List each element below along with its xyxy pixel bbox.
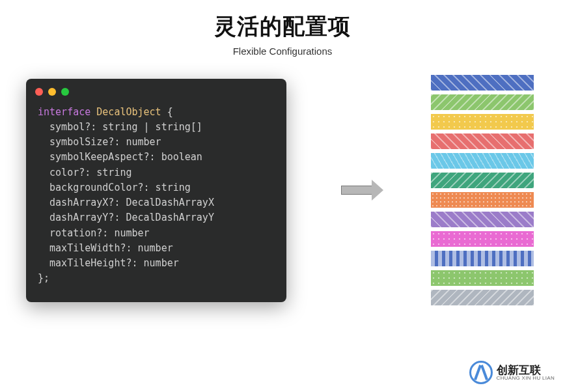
code-field-name: dashArrayY?: [49, 212, 120, 223]
decal-swatch [431, 153, 534, 169]
decal-swatch [431, 270, 534, 286]
decal-pattern-icon [431, 231, 534, 247]
code-field-name: backgroundColor?: [49, 182, 150, 193]
code-field-type: DecalDashArrayX [126, 197, 214, 208]
brace-open: { [167, 106, 173, 118]
decal-pattern-icon [431, 270, 534, 286]
code-field-type: number [138, 242, 173, 254]
decal-pattern-icon [431, 173, 534, 188]
code-field-type: DecalDashArrayY [126, 212, 214, 223]
code-field-name: symbolKeepAspect?: [49, 151, 156, 163]
decal-pattern-icon [431, 153, 534, 169]
decal-swatch [431, 173, 534, 188]
page-subtitle: Flexible Configurations [0, 46, 565, 57]
decal-swatch [431, 75, 534, 91]
code-field-type: number [126, 136, 161, 148]
minimize-icon [48, 88, 56, 96]
decal-pattern-icon [431, 212, 534, 227]
decal-pattern-icon [431, 290, 534, 305]
code-field-type: string [156, 182, 191, 193]
code-field-name: symbolSize?: [49, 136, 120, 148]
decal-pattern-icon [431, 114, 534, 130]
decal-swatch [431, 251, 534, 266]
code-field-name: symbol?: [49, 121, 96, 133]
code-keyword: interface [38, 106, 90, 118]
code-field-type: boolean [161, 151, 202, 163]
decal-swatch [431, 192, 534, 208]
decal-pattern-icon [431, 94, 534, 110]
maximize-icon [61, 88, 69, 96]
code-field-type: string | string[] [102, 121, 202, 133]
logo-text-cn: 创新互联 [497, 365, 555, 376]
arrow-right-icon [341, 180, 383, 201]
decal-swatch [431, 114, 534, 130]
brand-logo: 创新互联 CHUANG XIN HU LIAN [469, 361, 555, 384]
brace-close: }; [38, 272, 49, 284]
code-field-type: number [114, 227, 149, 239]
window-controls [26, 88, 286, 102]
code-field-type: string [96, 167, 131, 178]
code-typename: DecalObject [96, 106, 161, 118]
code-field-name: dashArrayX?: [49, 197, 120, 208]
code-field-name: maxTileWidth?: [49, 242, 131, 254]
code-window: interface DecalObject { symbol?: string … [26, 79, 286, 302]
decal-pattern-icon [431, 75, 534, 91]
code-field-name: rotation?: [49, 227, 108, 239]
page-title: 灵活的配置项 [0, 12, 565, 42]
decal-swatch [431, 290, 534, 305]
decal-swatch-list [431, 75, 535, 305]
code-body: interface DecalObject { symbol?: string … [26, 102, 286, 287]
heading: 灵活的配置项 Flexible Configurations [0, 12, 565, 57]
decal-swatch [431, 94, 534, 110]
code-field-name: maxTileHeight?: [49, 257, 137, 269]
decal-pattern-icon [431, 192, 534, 208]
decal-pattern-icon [431, 251, 534, 266]
decal-swatch [431, 133, 534, 149]
decal-swatch [431, 212, 534, 227]
code-field-name: color?: [49, 167, 90, 178]
logo-text-en: CHUANG XIN HU LIAN [497, 376, 555, 381]
decal-pattern-icon [431, 133, 534, 149]
close-icon [35, 88, 43, 96]
decal-swatch [431, 231, 534, 247]
code-field-type: number [144, 257, 179, 269]
logo-mark-icon [469, 361, 493, 384]
